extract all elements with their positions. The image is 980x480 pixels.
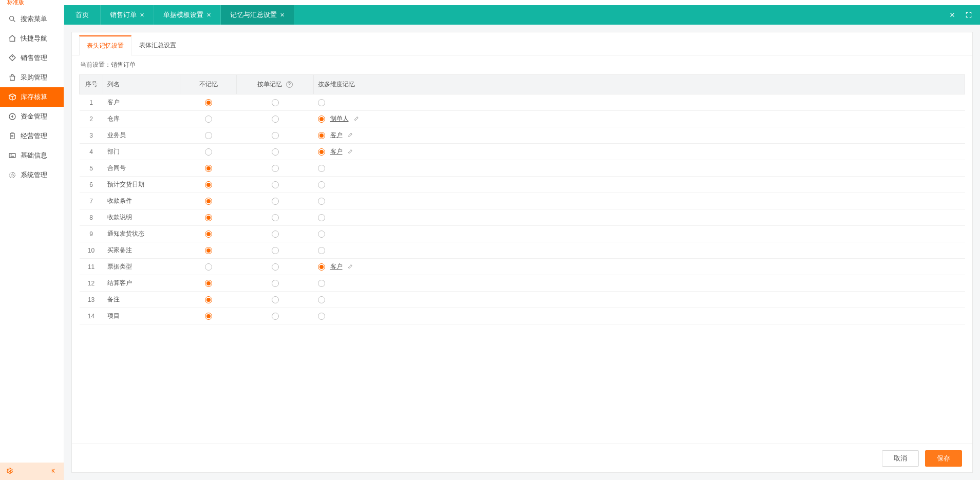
radio[interactable] bbox=[272, 99, 279, 106]
cell-by-multi bbox=[314, 275, 965, 292]
edit-icon[interactable] bbox=[348, 263, 353, 271]
table-row: 5合同号 bbox=[80, 160, 965, 177]
th-by-order-label: 按单记忆 bbox=[257, 81, 282, 88]
dimension-link[interactable]: 客户 bbox=[330, 262, 343, 271]
gear-dashed-icon bbox=[8, 171, 16, 179]
radio[interactable] bbox=[318, 198, 325, 205]
settings-icon[interactable] bbox=[6, 467, 13, 476]
cell-by-multi bbox=[314, 160, 965, 177]
sidebar-item-purchase-mgmt[interactable]: 采购管理 bbox=[0, 68, 64, 87]
subtab-body-summary[interactable]: 表体汇总设置 bbox=[131, 35, 184, 55]
fullscreen-icon[interactable] bbox=[964, 10, 974, 20]
radio[interactable] bbox=[318, 214, 325, 221]
table-row: 11票据类型客户 bbox=[80, 259, 965, 275]
radio[interactable] bbox=[205, 116, 212, 123]
tab-close-icon[interactable]: ✕ bbox=[206, 12, 211, 18]
sidebar-item-biz-mgmt[interactable]: 经营管理 bbox=[0, 126, 64, 146]
radio[interactable] bbox=[318, 181, 325, 188]
radio[interactable] bbox=[272, 280, 279, 287]
sidebar-item-inventory[interactable]: 库存核算 bbox=[0, 87, 64, 107]
edit-icon[interactable] bbox=[348, 132, 353, 139]
tab-close-icon[interactable]: ✕ bbox=[280, 12, 285, 18]
radio[interactable] bbox=[272, 214, 279, 221]
radio[interactable] bbox=[272, 116, 279, 123]
radio[interactable] bbox=[205, 165, 212, 172]
svg-point-6 bbox=[11, 174, 13, 176]
cell-seq: 6 bbox=[80, 177, 103, 193]
sidebar-item-sales-mgmt[interactable]: 销售管理 bbox=[0, 48, 64, 68]
edit-icon[interactable] bbox=[354, 116, 360, 123]
radio[interactable] bbox=[205, 181, 212, 188]
cell-no-memory bbox=[180, 144, 237, 160]
edit-icon[interactable] bbox=[348, 148, 353, 156]
cell-no-memory bbox=[180, 177, 237, 193]
tab-home[interactable]: 首页 bbox=[64, 5, 101, 25]
radio[interactable] bbox=[318, 99, 325, 106]
radio[interactable] bbox=[272, 231, 279, 238]
help-icon[interactable]: ? bbox=[286, 81, 293, 88]
radio[interactable] bbox=[205, 280, 212, 287]
table-row: 3业务员客户 bbox=[80, 127, 965, 144]
table-row: 14项目 bbox=[80, 308, 965, 324]
radio[interactable] bbox=[318, 280, 325, 287]
radio[interactable] bbox=[205, 198, 212, 205]
radio[interactable] bbox=[272, 165, 279, 172]
radio[interactable] bbox=[205, 313, 212, 320]
close-all-tabs-icon[interactable] bbox=[947, 10, 957, 20]
dimension-link[interactable]: 客户 bbox=[330, 147, 343, 156]
radio[interactable] bbox=[318, 263, 325, 271]
radio[interactable] bbox=[318, 116, 325, 123]
tab-bill-template[interactable]: 单据模板设置✕ bbox=[154, 5, 221, 25]
radio[interactable] bbox=[205, 148, 212, 156]
cell-by-multi: 客户 bbox=[314, 144, 965, 160]
save-button[interactable]: 保存 bbox=[925, 450, 962, 467]
tab-memory-summary[interactable]: 记忆与汇总设置✕ bbox=[221, 5, 294, 25]
radio[interactable] bbox=[318, 132, 325, 139]
tag-icon bbox=[8, 54, 16, 62]
radio[interactable] bbox=[272, 148, 279, 156]
radio[interactable] bbox=[205, 99, 212, 106]
box-icon bbox=[8, 93, 16, 101]
radio[interactable] bbox=[272, 132, 279, 139]
tab-label: 首页 bbox=[76, 10, 89, 20]
radio[interactable] bbox=[318, 296, 325, 303]
sidebar-item-label: 销售管理 bbox=[21, 53, 47, 63]
radio[interactable] bbox=[205, 263, 212, 271]
radio[interactable] bbox=[205, 247, 212, 254]
radio[interactable] bbox=[272, 263, 279, 271]
tab-close-icon[interactable]: ✕ bbox=[140, 12, 144, 18]
radio[interactable] bbox=[318, 148, 325, 156]
radio[interactable] bbox=[205, 214, 212, 221]
collapse-sidebar-icon[interactable] bbox=[50, 467, 58, 476]
radio[interactable] bbox=[272, 296, 279, 303]
radio[interactable] bbox=[205, 132, 212, 139]
subtab-header-memory[interactable]: 表头记忆设置 bbox=[79, 35, 131, 55]
sidebar-item-base-info[interactable]: 基础信息 bbox=[0, 146, 64, 165]
cell-by-order bbox=[237, 94, 314, 111]
dimension-link[interactable]: 客户 bbox=[330, 131, 343, 140]
radio[interactable] bbox=[272, 181, 279, 188]
cell-by-multi: 客户 bbox=[314, 259, 965, 275]
cell-by-multi bbox=[314, 177, 965, 193]
radio[interactable] bbox=[318, 165, 325, 172]
radio[interactable] bbox=[318, 247, 325, 254]
tab-sales-order[interactable]: 销售订单✕ bbox=[101, 5, 154, 25]
sidebar-item-quick-nav[interactable]: 快捷导航 bbox=[0, 29, 64, 48]
sidebar-item-sys-mgmt[interactable]: 系统管理 bbox=[0, 165, 64, 185]
sidebar-item-search-menu[interactable]: 搜索菜单 bbox=[0, 9, 64, 29]
radio[interactable] bbox=[205, 231, 212, 238]
cancel-button[interactable]: 取消 bbox=[882, 450, 919, 467]
radio[interactable] bbox=[272, 247, 279, 254]
radio[interactable] bbox=[272, 313, 279, 320]
radio[interactable] bbox=[272, 198, 279, 205]
sidebar-item-funds[interactable]: 资金管理 bbox=[0, 107, 64, 126]
sidebar-item-label: 库存核算 bbox=[21, 92, 47, 102]
search-icon bbox=[8, 15, 16, 23]
radio[interactable] bbox=[205, 296, 212, 303]
cell-seq: 13 bbox=[80, 292, 103, 308]
radio[interactable] bbox=[318, 313, 325, 320]
dimension-link[interactable]: 制单人 bbox=[330, 114, 349, 123]
sidebar-item-label: 快捷导航 bbox=[21, 34, 47, 43]
cell-name: 结算客户 bbox=[103, 275, 180, 292]
radio[interactable] bbox=[318, 231, 325, 238]
